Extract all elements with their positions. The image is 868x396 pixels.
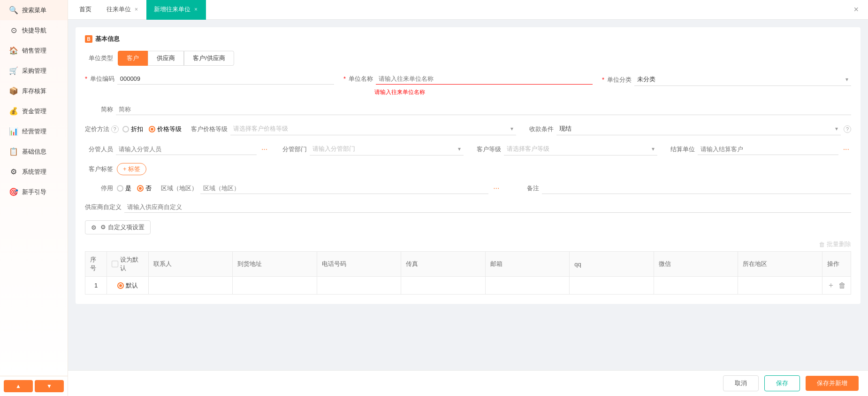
pricing-level-radio[interactable]: 价格等级 xyxy=(149,125,182,133)
remarks-input[interactable] xyxy=(542,183,852,194)
sidebar-item-system[interactable]: ⚙ 系统管理 xyxy=(0,162,68,182)
cell-region[interactable] xyxy=(738,277,822,295)
sidebar-bottom-btn2[interactable]: ▼ xyxy=(35,380,64,392)
settlement-more-icon[interactable]: ··· xyxy=(841,145,851,154)
sidebar-item-purchase[interactable]: 🛒 采购管理 xyxy=(0,61,68,81)
cell-phone[interactable] xyxy=(317,277,401,295)
unit-name-input[interactable] xyxy=(376,73,593,85)
sidebar-item-sales[interactable]: 🏠 销售管理 xyxy=(0,40,68,61)
col-region: 所在地区 xyxy=(738,252,822,277)
region-input[interactable] xyxy=(200,183,488,194)
search-icon: 🔍 xyxy=(9,6,18,15)
manager-more-icon[interactable]: ··· xyxy=(259,145,269,154)
action-buttons: ＋ 🗑 xyxy=(827,280,846,290)
custom-settings-button[interactable]: ⚙ ⚙ 自定义项设置 xyxy=(85,220,151,234)
table-region-input[interactable] xyxy=(743,282,817,289)
pricing-discount-radio[interactable]: 折扣 xyxy=(122,125,143,133)
phone-input[interactable] xyxy=(322,282,396,289)
tab-home[interactable]: 首页 xyxy=(72,0,99,20)
manager-input[interactable] xyxy=(116,144,257,155)
cell-address[interactable] xyxy=(233,277,317,295)
fax-input[interactable] xyxy=(406,282,480,289)
batch-delete-button[interactable]: 🗑 批量删除 xyxy=(819,240,851,248)
col-qq: qq xyxy=(570,252,654,277)
unit-code-input[interactable] xyxy=(117,73,334,85)
customer-level-field: 客户等级 请选择客户等级 ▾ xyxy=(473,143,657,155)
sidebar-item-finance[interactable]: 💰 资金管理 xyxy=(0,101,68,121)
chevron-down-icon: ▾ xyxy=(835,125,838,132)
cell-contact[interactable] xyxy=(148,277,233,295)
region-more-icon[interactable]: ··· xyxy=(491,184,501,193)
home-icon: ⊙ xyxy=(9,26,18,35)
unit-name-label: * 单位名称 xyxy=(343,75,373,83)
cell-wechat[interactable] xyxy=(654,277,738,295)
unit-type-supplier[interactable]: 供应商 xyxy=(148,51,184,66)
col-phone: 电话号码 xyxy=(317,252,401,277)
cell-fax[interactable] xyxy=(401,277,486,295)
sidebar-item-quick-nav[interactable]: ⊙ 快捷导航 xyxy=(0,20,68,40)
sidebar-item-label: 资金管理 xyxy=(22,107,46,116)
unit-type-both[interactable]: 客户/供应商 xyxy=(184,51,234,66)
header-checkbox[interactable] xyxy=(112,261,118,267)
system-icon: ⚙ xyxy=(9,167,18,176)
supplier-custom-label: 供应商自定义 xyxy=(85,203,122,211)
customer-price-level-select[interactable]: 请选择客户价格等级 ▾ xyxy=(230,123,517,135)
tab-new-counterparty[interactable]: 新增往来单位 × xyxy=(146,0,206,20)
supplier-custom-input[interactable] xyxy=(124,202,851,213)
payment-help-icon[interactable]: ? xyxy=(844,125,851,133)
sidebar-item-operations[interactable]: 📊 经营管理 xyxy=(0,121,68,141)
unit-type-row: 单位类型 客户 供应商 客户/供应商 xyxy=(85,51,851,66)
address-input[interactable] xyxy=(237,282,312,289)
payment-terms-select[interactable]: 现结 ▾ xyxy=(556,123,841,135)
sidebar-item-basic-info[interactable]: 📋 基础信息 xyxy=(0,141,68,162)
unit-type-customer[interactable]: 客户 xyxy=(118,51,148,66)
chevron-down-icon: ▾ xyxy=(845,76,848,83)
email-input[interactable] xyxy=(490,282,565,289)
tab-close-counterparty[interactable]: × xyxy=(134,6,139,13)
save-and-new-button[interactable]: 保存并新增 xyxy=(806,376,859,391)
qq-input[interactable] xyxy=(574,282,649,289)
disabled-no-radio[interactable]: 否 xyxy=(137,184,152,193)
remarks-label: 备注 xyxy=(511,184,539,193)
add-tag-button[interactable]: + 标签 xyxy=(117,163,146,175)
settlement-unit-field: 结算单位 ··· xyxy=(667,144,851,155)
yes-radio-circle xyxy=(117,185,123,192)
sidebar-item-label: 快捷导航 xyxy=(22,26,46,35)
wechat-input[interactable] xyxy=(659,282,733,289)
sidebar-bottom-btn1[interactable]: ▲ xyxy=(4,380,33,392)
delete-row-button[interactable]: 🗑 xyxy=(838,281,846,290)
tab-counterparty[interactable]: 往来单位 × xyxy=(99,0,146,20)
disabled-yes-radio[interactable]: 是 xyxy=(117,184,131,193)
sidebar-item-search[interactable]: 🔍 搜索菜单 xyxy=(0,0,68,20)
sidebar-item-inventory[interactable]: 📦 库存核算 xyxy=(0,81,68,101)
cell-seq: 1 xyxy=(85,277,107,295)
tab-close-new-counterparty[interactable]: × xyxy=(193,6,198,13)
pricing-method-field: 定价方法 ? 折扣 价格等级 xyxy=(85,125,182,133)
contact-table: 序号 设为默认 联系人 到货地址 电话号码 传真 邮箱 xyxy=(85,251,851,295)
cancel-button[interactable]: 取消 xyxy=(723,375,759,391)
customer-level-label: 客户等级 xyxy=(473,145,501,154)
pricing-help-icon[interactable]: ? xyxy=(111,125,119,133)
contact-input[interactable] xyxy=(153,282,228,289)
sidebar-item-label: 搜索菜单 xyxy=(22,6,46,15)
customer-price-level-field: 客户价格等级 请选择客户价格等级 ▾ xyxy=(191,123,517,135)
unit-name-field: * 单位名称 请输入往来单位名称 xyxy=(343,73,593,96)
department-select[interactable]: 请输入分管部门 ▾ xyxy=(310,143,463,155)
tab-bar-close-button[interactable]: × xyxy=(848,5,864,15)
customer-level-select[interactable]: 请选择客户等级 ▾ xyxy=(504,143,657,155)
abbr-input[interactable] xyxy=(116,104,851,115)
add-row-button[interactable]: ＋ xyxy=(827,280,835,290)
cell-email[interactable] xyxy=(485,277,570,295)
row-default-radio[interactable]: 默认 xyxy=(112,281,144,290)
section-title-icon: B xyxy=(85,35,92,43)
sidebar-item-label: 销售管理 xyxy=(22,47,46,55)
abbr-label: 简称 xyxy=(85,105,113,114)
save-button[interactable]: 保存 xyxy=(764,375,800,391)
main-area: 首页 往来单位 × 新增往来单位 × × B 基本信息 单位类型 客户 xyxy=(68,0,868,396)
unit-category-select[interactable]: 未分类 ▾ xyxy=(634,73,851,86)
sidebar-item-label: 新手引导 xyxy=(22,188,46,196)
department-field: 分管部门 请输入分管部门 ▾ xyxy=(279,143,463,155)
sidebar-item-guide[interactable]: 🎯 新手引导 xyxy=(0,182,68,202)
cell-qq[interactable] xyxy=(570,277,654,295)
settlement-unit-input[interactable] xyxy=(698,144,838,155)
